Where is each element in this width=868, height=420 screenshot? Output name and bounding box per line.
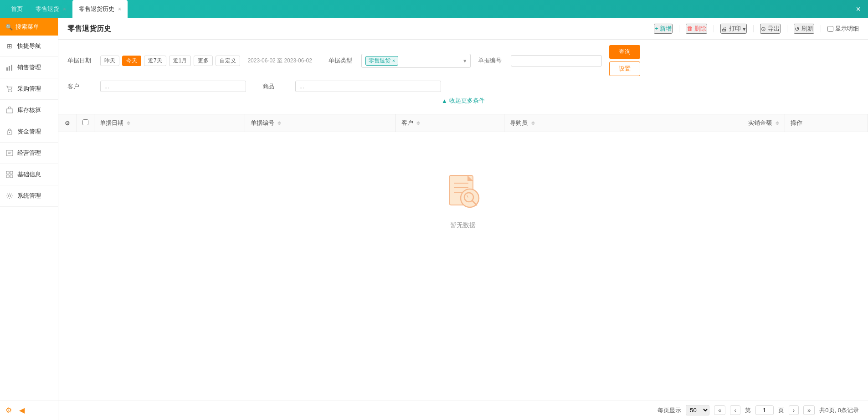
query-set-group: 查询 设置 [609, 45, 640, 76]
sidebar-item-label-basic-info: 基础信息 [17, 170, 41, 179]
nav-prev-button[interactable]: ‹ [730, 405, 740, 415]
tab-retail-return-history-close[interactable]: × [118, 6, 121, 12]
customer-ellipsis: ... [104, 83, 109, 90]
page-number-input[interactable] [755, 405, 774, 415]
window-close-button[interactable]: × [856, 5, 868, 14]
data-table: ⚙ 单据日期 单据编号 [58, 114, 868, 266]
data-table-area: ⚙ 单据日期 单据编号 [58, 114, 868, 400]
svg-point-4 [11, 91, 12, 92]
voucher-type-tag-close[interactable]: × [392, 58, 395, 63]
date-btn-custom[interactable]: 自定义 [216, 56, 240, 66]
sort-date-icon [127, 121, 130, 125]
goods-select[interactable]: ... [295, 81, 441, 92]
customer-select[interactable]: ... [100, 81, 246, 92]
nav-last-button[interactable]: » [803, 405, 815, 415]
page-label-post: 页 [778, 406, 784, 415]
date-btn-1month[interactable]: 近1月 [169, 56, 191, 66]
system-icon [5, 192, 14, 200]
divider3 [753, 25, 754, 32]
divider5 [821, 25, 821, 32]
search-menu-button[interactable]: 🔍 搜索菜单 [0, 18, 58, 36]
select-all-checkbox[interactable] [82, 119, 88, 125]
page-title: 零售退货历史 [67, 24, 111, 34]
settings-bottom-icon[interactable]: ⚙ [5, 406, 12, 415]
tab-retail-return-close[interactable]: × [63, 6, 66, 12]
refresh-icon: ↺ [795, 26, 800, 32]
purchase-icon [5, 85, 14, 93]
sales-icon [5, 63, 14, 72]
date-btn-7days[interactable]: 近7天 [144, 56, 166, 66]
sidebar-item-inventory[interactable]: 库存核算 [0, 100, 58, 121]
page-size-select[interactable]: 50 100 200 [686, 405, 709, 415]
svg-rect-5 [6, 109, 13, 113]
goods-ellipsis: ... [299, 83, 304, 90]
svg-rect-14 [10, 175, 13, 178]
th-customer[interactable]: 客户 [395, 114, 504, 132]
add-button[interactable]: + 新增 [654, 24, 673, 34]
column-settings-icon[interactable]: ⚙ [65, 120, 70, 127]
th-no[interactable]: 单据编号 [245, 114, 395, 132]
svg-point-7 [9, 132, 10, 133]
query-button[interactable]: 查询 [609, 45, 640, 59]
collapse-filter-button[interactable]: ▲ 收起更多条件 [442, 97, 485, 105]
sidebar-item-label-purchase: 采购管理 [17, 85, 41, 93]
th-settings[interactable]: ⚙ [58, 114, 77, 132]
sidebar-item-purchase-mgmt[interactable]: 采购管理 [0, 78, 58, 100]
voucher-no-input[interactable] [511, 55, 602, 67]
date-btn-more[interactable]: 更多 [194, 56, 213, 66]
sidebar-item-operations[interactable]: 经营管理 [0, 143, 58, 164]
set-button[interactable]: 设置 [609, 61, 640, 76]
collapse-icon: ▲ [442, 97, 447, 104]
date-btn-yesterday[interactable]: 昨天 [100, 56, 119, 66]
voucher-type-label: 单据类型 [329, 56, 354, 65]
page-size-label: 每页显示 [657, 406, 681, 415]
tab-retail-return-history[interactable]: 零售退货历史 × [72, 0, 128, 18]
delete-button[interactable]: 🗑 删除 [686, 24, 707, 34]
nav-next-button[interactable]: › [789, 405, 799, 415]
show-detail-checkbox-area[interactable]: 显示明细 [827, 25, 859, 33]
sort-guide-icon [531, 121, 535, 125]
filter-row-1: 单据日期 昨天 今天 近7天 近1月 更多 自定义 2023-06-02 至 2… [67, 45, 859, 76]
refresh-button[interactable]: ↺ 刷新 [794, 24, 814, 34]
voucher-no-label: 单据编号 [478, 56, 503, 65]
page-header: 零售退货历史 + 新增 🗑 删除 🖨 打印 ▾ ⊙ 导出 ↺ [58, 18, 868, 40]
print-label: 打印 [729, 25, 741, 33]
voucher-type-tag: 零售退货 × [365, 56, 398, 66]
nav-first-button[interactable]: « [714, 405, 725, 415]
sidebar-item-label-system: 系统管理 [17, 192, 41, 200]
finance-icon [5, 128, 14, 136]
print-button[interactable]: 🖨 打印 ▾ [720, 24, 747, 34]
sidebar-item-finance[interactable]: 资金管理 [0, 121, 58, 143]
collapse-sidebar-icon[interactable]: ◀ [19, 406, 25, 415]
export-button[interactable]: ⊙ 导出 [760, 24, 781, 34]
tab-retail-return[interactable]: 零售退货 × [29, 0, 72, 18]
sidebar-item-system[interactable]: 系统管理 [0, 185, 58, 207]
sidebar-item-label-finance: 资金管理 [17, 128, 41, 136]
sort-no-icon [277, 121, 281, 125]
goods-label: 商品 [262, 82, 288, 91]
sidebar-item-quick-nav[interactable]: ⊞ 快捷导航 [0, 36, 58, 57]
th-guide[interactable]: 导购员 [504, 114, 634, 132]
svg-rect-12 [10, 171, 13, 174]
show-detail-checkbox[interactable] [827, 26, 833, 32]
svg-rect-0 [6, 67, 8, 71]
pagination: 每页显示 50 100 200 « ‹ 第 页 › » 共0页, 0条记录 [58, 400, 868, 420]
th-amount[interactable]: 实销金额 [634, 114, 785, 132]
svg-rect-13 [6, 175, 9, 178]
customer-label: 客户 [67, 82, 93, 91]
th-date[interactable]: 单据日期 [94, 114, 245, 132]
voucher-type-select[interactable]: 零售退货 × ▾ [361, 54, 471, 68]
empty-text: 暂无数据 [450, 221, 476, 230]
th-checkbox[interactable] [77, 114, 94, 132]
filter-row-2: 客户 ... 商品 ... [67, 81, 859, 92]
filter-area: 单据日期 昨天 今天 近7天 近1月 更多 自定义 2023-06-02 至 2… [58, 40, 868, 114]
export-label: 导出 [768, 25, 780, 33]
top-bar: 首页 零售退货 × 零售退货历史 × × [0, 0, 868, 18]
tab-home[interactable]: 首页 [5, 0, 29, 18]
inventory-icon [5, 106, 14, 114]
sidebar-item-basic-info[interactable]: 基础信息 [0, 164, 58, 185]
date-btn-today[interactable]: 今天 [122, 56, 141, 66]
divider1 [679, 25, 679, 32]
sidebar-item-sales-mgmt[interactable]: 销售管理 [0, 57, 58, 78]
operations-icon [5, 149, 14, 157]
